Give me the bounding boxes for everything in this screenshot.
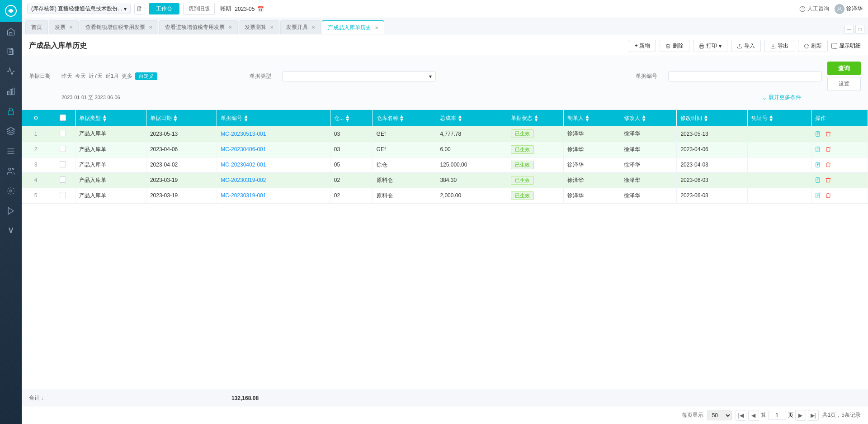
type-col-header[interactable]: 单据类型 ▲▼ bbox=[75, 110, 146, 126]
row-delete-icon[interactable] bbox=[825, 162, 831, 168]
row-delete-icon[interactable] bbox=[825, 146, 831, 152]
row-edit-icon[interactable] bbox=[815, 192, 821, 199]
next-page-button[interactable]: ▶ bbox=[795, 410, 806, 421]
tab-invoice[interactable]: 发票 ✕ bbox=[49, 20, 79, 34]
calendar-icon[interactable]: 📅 bbox=[257, 6, 264, 12]
workbench-button[interactable]: 工作台 bbox=[149, 3, 179, 14]
history-button[interactable]: 切到旧版 bbox=[183, 3, 215, 15]
first-page-button[interactable]: |◀ bbox=[736, 410, 746, 421]
doc-type-select[interactable]: ▾ bbox=[282, 71, 436, 81]
set-button[interactable]: 设置 bbox=[827, 77, 861, 91]
show-detail-checkbox[interactable] bbox=[831, 43, 837, 49]
settings-icon[interactable]: ⚙ bbox=[33, 115, 38, 121]
tab-purchase-invoice-close[interactable]: ✕ bbox=[228, 25, 232, 30]
sidebar-item-list[interactable] bbox=[0, 141, 22, 161]
row-checkbox[interactable] bbox=[60, 130, 66, 136]
voucher-col-header[interactable]: 凭证号 ▲▼ bbox=[747, 110, 811, 126]
company-selector[interactable]: (库存核算) 直播轻捷通信息技术股份... ▾ bbox=[27, 4, 131, 14]
sidebar-item-users[interactable] bbox=[0, 161, 22, 181]
sidebar: V bbox=[0, 0, 22, 424]
docno-col-header[interactable]: 单据编号 ▲▼ bbox=[217, 110, 330, 126]
doc-no-link[interactable]: MC-20230406-001 bbox=[221, 146, 266, 152]
row-edit-icon[interactable] bbox=[815, 177, 821, 183]
sidebar-item-v[interactable]: V bbox=[0, 221, 22, 241]
date-yesterday[interactable]: 昨天 bbox=[61, 72, 72, 80]
sidebar-item-box[interactable] bbox=[0, 121, 22, 141]
tab-product-in[interactable]: 产成品入库单历史 ✕ bbox=[322, 20, 384, 34]
warehouse-code-col-header[interactable]: 仓... ▲▼ bbox=[330, 110, 373, 126]
row-checkbox[interactable] bbox=[60, 176, 66, 183]
page-number-input[interactable] bbox=[768, 411, 786, 420]
row-checkbox[interactable] bbox=[60, 146, 66, 152]
date-more[interactable]: 更多 bbox=[122, 72, 132, 80]
row-checkbox-cell[interactable] bbox=[50, 157, 75, 172]
date-today[interactable]: 今天 bbox=[75, 72, 86, 80]
tab-invoice-calc[interactable]: 发票测算 ✕ bbox=[239, 20, 279, 34]
query-button[interactable]: 查询 bbox=[827, 62, 861, 75]
settings-col-header[interactable]: ⚙ bbox=[22, 110, 50, 126]
page-size-select[interactable]: 50 100 200 bbox=[707, 410, 732, 420]
delete-button[interactable]: 删除 bbox=[660, 40, 689, 52]
doc-icon-button[interactable] bbox=[134, 4, 145, 14]
row-edit-icon[interactable] bbox=[815, 131, 821, 137]
total-cost-col-header[interactable]: 总成本 ▲▼ bbox=[436, 110, 507, 126]
new-button[interactable]: + 新增 bbox=[629, 40, 656, 52]
row-checkbox-cell[interactable] bbox=[50, 188, 75, 203]
doc-no-link[interactable]: MC-20230319-001 bbox=[221, 192, 266, 199]
refresh-button[interactable]: 刷新 bbox=[798, 40, 828, 52]
row-checkbox[interactable] bbox=[60, 161, 66, 167]
date-custom[interactable]: 自定义 bbox=[135, 72, 157, 80]
expand-filter-button[interactable]: ⌄ 展开更多条件 bbox=[762, 94, 801, 101]
doc-no-link[interactable]: MC-20230319-002 bbox=[221, 177, 266, 183]
row-edit-icon[interactable] bbox=[815, 146, 821, 152]
row-checkbox-cell[interactable] bbox=[50, 142, 75, 157]
modifier-col-header[interactable]: 修改人 ▲▼ bbox=[620, 110, 677, 126]
tab-invoice-calc-close[interactable]: ✕ bbox=[270, 25, 274, 30]
import-button[interactable]: 导入 bbox=[731, 40, 761, 52]
select-all-checkbox[interactable] bbox=[60, 114, 66, 121]
sidebar-item-home[interactable] bbox=[0, 22, 22, 42]
date-7days[interactable]: 近7天 bbox=[89, 72, 103, 80]
checkbox-col-header[interactable] bbox=[50, 110, 75, 126]
date-1month[interactable]: 近1月 bbox=[105, 72, 119, 80]
sidebar-item-document[interactable] bbox=[0, 42, 22, 62]
tab-home[interactable]: 首页 bbox=[25, 20, 48, 34]
date-col-header[interactable]: 单据日期 ▲▼ bbox=[146, 110, 217, 126]
creator-col-header[interactable]: 制单人 ▲▼ bbox=[564, 110, 620, 126]
show-detail-toggle[interactable]: 显示明细 bbox=[831, 42, 861, 50]
sidebar-item-chart[interactable] bbox=[0, 81, 22, 101]
doc-no-link[interactable]: MC-20230402-001 bbox=[221, 162, 266, 168]
tab-maximize-button[interactable]: □ bbox=[855, 25, 864, 34]
sidebar-item-analytics[interactable] bbox=[0, 62, 22, 81]
status-col-header[interactable]: 单据状态 ▲▼ bbox=[507, 110, 563, 126]
tab-minimize-button[interactable]: ─ bbox=[844, 25, 854, 34]
row-checkbox-cell[interactable] bbox=[50, 126, 75, 142]
prev-page-button[interactable]: ◀ bbox=[748, 410, 759, 421]
row-delete-icon[interactable] bbox=[825, 131, 831, 137]
last-page-button[interactable]: ▶| bbox=[808, 410, 819, 421]
user-menu[interactable]: 徐泽华 bbox=[835, 4, 863, 14]
tab-invoice-issue-close[interactable]: ✕ bbox=[311, 25, 315, 30]
row-checkbox-cell[interactable] bbox=[50, 172, 75, 188]
export-button[interactable]: 导出 bbox=[764, 40, 794, 52]
sidebar-item-play[interactable] bbox=[0, 201, 22, 221]
doc-no-link[interactable]: MC-20230513-001 bbox=[221, 131, 266, 137]
modify-time-col-header[interactable]: 修改时间 ▲▼ bbox=[677, 110, 747, 126]
tab-product-in-close[interactable]: ✕ bbox=[375, 25, 378, 30]
row-delete-icon[interactable] bbox=[825, 192, 831, 199]
sidebar-item-settings[interactable] bbox=[0, 181, 22, 201]
help-button[interactable]: 人工咨询 bbox=[799, 5, 829, 13]
tab-invoice-issue[interactable]: 发票开具 ✕ bbox=[280, 20, 321, 34]
row-checkbox[interactable] bbox=[60, 192, 66, 198]
app-logo[interactable] bbox=[0, 0, 22, 22]
tab-sales-invoice-close[interactable]: ✕ bbox=[149, 25, 152, 30]
tab-invoice-close[interactable]: ✕ bbox=[69, 25, 73, 30]
sidebar-item-lock[interactable] bbox=[0, 101, 22, 121]
warehouse-name-col-header[interactable]: 仓库名称 ▲▼ bbox=[373, 110, 436, 126]
tab-sales-invoice[interactable]: 查看销项增值税专用发票 ✕ bbox=[80, 20, 158, 34]
print-button[interactable]: 打印 ▾ bbox=[693, 40, 727, 52]
doc-no-input[interactable] bbox=[668, 71, 822, 81]
row-delete-icon[interactable] bbox=[825, 177, 831, 183]
row-edit-icon[interactable] bbox=[815, 162, 821, 168]
tab-purchase-invoice[interactable]: 查看进项增值税专用发票 ✕ bbox=[159, 20, 238, 34]
